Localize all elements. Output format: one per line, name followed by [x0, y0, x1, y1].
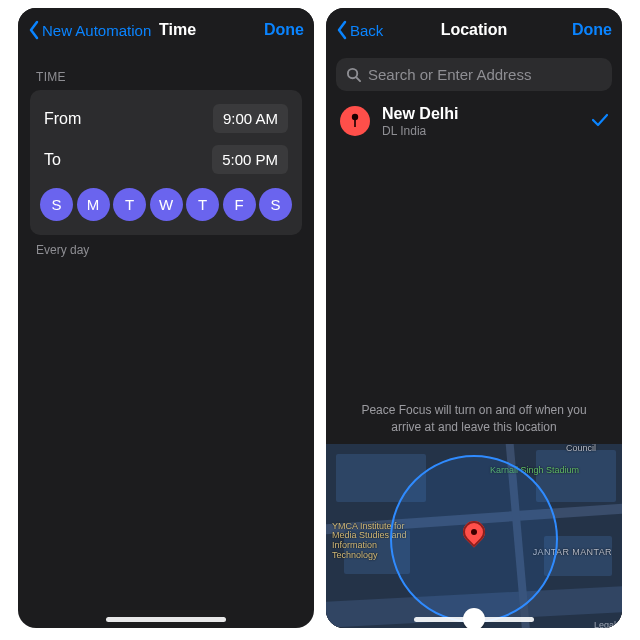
from-label: From [44, 110, 81, 128]
chevron-left-icon [336, 20, 348, 40]
navbar-location: Back Location Done [326, 8, 622, 52]
home-indicator[interactable] [414, 617, 534, 622]
back-button[interactable]: Back [336, 20, 436, 40]
days-row: S M T W T F S [40, 180, 292, 223]
checkmark-icon [592, 111, 608, 132]
day-toggle-sat[interactable]: S [259, 188, 292, 221]
to-row: To 5:00 PM [40, 139, 292, 180]
done-button[interactable]: Done [204, 21, 304, 39]
day-toggle-thu[interactable]: T [186, 188, 219, 221]
from-time-picker[interactable]: 9:00 AM [213, 104, 288, 133]
search-placeholder: Search or Enter Address [368, 66, 531, 83]
recurrence-label: Every day [18, 235, 314, 265]
location-screen: Back Location Done Search or Enter Addre… [326, 8, 622, 628]
day-toggle-mon[interactable]: M [77, 188, 110, 221]
back-button[interactable]: New Automation [28, 20, 151, 40]
pin-icon [340, 106, 370, 136]
back-label: New Automation [42, 22, 151, 39]
map-view[interactable]: Council Karnail Singh Stadium YMCA Insti… [326, 444, 622, 628]
section-label-time: TIME [18, 52, 314, 90]
page-title: Time [151, 21, 204, 39]
map-caption: Peace Focus will turn on and off when yo… [326, 392, 622, 444]
day-toggle-sun[interactable]: S [40, 188, 73, 221]
time-screen: New Automation Time Done TIME From 9:00 … [18, 8, 314, 628]
time-card: From 9:00 AM To 5:00 PM S M T W T F S [30, 90, 302, 235]
location-text: New Delhi DL India [382, 105, 580, 138]
day-toggle-fri[interactable]: F [223, 188, 256, 221]
chevron-left-icon [28, 20, 40, 40]
from-row: From 9:00 AM [40, 98, 292, 139]
location-result-row[interactable]: New Delhi DL India [326, 95, 622, 148]
day-toggle-tue[interactable]: T [113, 188, 146, 221]
search-input[interactable]: Search or Enter Address [336, 58, 612, 91]
location-subtitle: DL India [382, 124, 580, 138]
back-label: Back [350, 22, 383, 39]
to-label: To [44, 151, 61, 169]
map-section: Peace Focus will turn on and off when yo… [326, 392, 622, 628]
svg-line-1 [356, 77, 360, 81]
search-icon [346, 67, 361, 82]
page-title: Location [436, 21, 512, 39]
done-button[interactable]: Done [512, 21, 612, 39]
navbar-time: New Automation Time Done [18, 8, 314, 52]
to-time-picker[interactable]: 5:00 PM [212, 145, 288, 174]
home-indicator[interactable] [106, 617, 226, 622]
map-label-council: Council [566, 444, 596, 454]
day-toggle-wed[interactable]: W [150, 188, 183, 221]
location-title: New Delhi [382, 105, 580, 123]
svg-rect-3 [354, 119, 356, 127]
map-legal-link[interactable]: Legal [594, 620, 616, 628]
